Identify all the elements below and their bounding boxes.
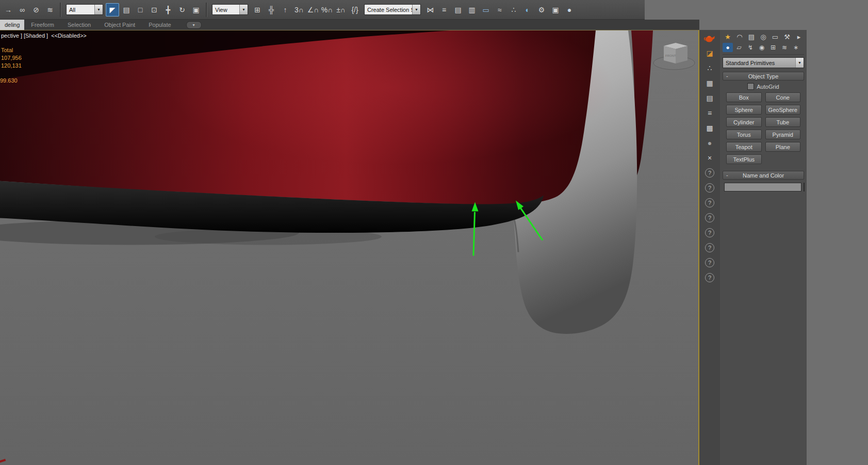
snaps-toggle-icon[interactable]: 3∩ [292,3,306,17]
tab-object-paint[interactable]: Object Paint [97,20,142,30]
toggle-scene-explorer-icon[interactable]: ▤ [451,3,465,17]
rectangular-selection-region-icon[interactable]: □ [134,3,147,17]
object-name-input[interactable] [724,183,801,191]
utilities-tab-icon[interactable]: ⚒ [782,31,792,42]
close-icon[interactable]: × [703,152,716,164]
layers-icon[interactable]: ≡ [703,107,716,119]
display-tab-icon[interactable]: ▭ [770,31,780,42]
sphere-button[interactable]: Sphere [726,105,762,115]
select-object-icon[interactable]: ◤ [106,3,119,17]
viewcube[interactable]: FRONT [653,43,695,70]
align-icon[interactable]: ≡ [437,3,451,17]
redo-icon[interactable]: → [2,3,15,17]
mirror-icon[interactable]: ⋈ [423,3,437,17]
teapot-button[interactable]: Teapot [726,142,762,152]
material-editor-icon[interactable]: ◐ [521,3,534,17]
help-icon[interactable]: ? [703,197,716,209]
paint-bucket-icon[interactable]: ◪ [703,47,716,59]
material-sphere-icon[interactable]: ● [703,137,716,149]
window-crossing-icon[interactable]: ⊡ [148,3,161,17]
plane-button[interactable]: Plane [765,142,801,152]
viewport[interactable]: FRONT pective ] [Shaded ] <<Disabled>> T… [0,30,699,465]
tab-modeling[interactable]: deling [0,20,24,30]
collapse-icon[interactable]: - [726,172,728,178]
panel-expand-icon[interactable]: ▸ [794,31,804,42]
checker-map-icon[interactable]: ▦ [703,77,716,89]
helpers-category-icon[interactable]: ⊞ [768,43,778,52]
viewcube-front-label: FRONT [665,54,676,57]
schematic-view-icon[interactable]: ∴ [507,3,520,17]
autogrid-checkbox[interactable] [747,83,754,90]
help-icon[interactable]: ? [703,257,716,268]
selection-filter-dropdown[interactable]: All ▼ [66,4,103,15]
select-and-scale-icon[interactable]: ▣ [189,3,203,17]
render-setup-icon[interactable]: ⚙ [535,3,548,17]
empty-gray-area [807,30,868,465]
help-icon[interactable]: ? [703,242,716,253]
collapse-icon[interactable]: - [726,73,728,79]
spinner-snap-icon[interactable]: ±∩ [334,3,348,17]
angle-snap-icon[interactable]: ∠∩ [306,3,320,17]
motion-tab-icon[interactable]: ◎ [758,31,768,42]
help-icon[interactable]: ? [703,227,716,238]
help-icon[interactable]: ? [703,182,716,194]
color-swatch[interactable] [804,183,805,191]
tab-selection[interactable]: Selection [61,20,97,30]
tube-button[interactable]: Tube [765,117,801,127]
textplus-button[interactable]: TextPlus [726,154,762,164]
geosphere-button[interactable]: GeoSphere [765,105,801,115]
primitives-dropdown[interactable]: Standard Primitives ▼ [723,57,804,68]
keyboard-shortcut-override-icon[interactable]: ↑ [279,3,292,17]
shapes-category-icon[interactable]: ▱ [734,43,744,52]
pattern-icon[interactable]: ▩ [703,122,716,134]
ribbon-minimize-button[interactable]: ▾ [186,21,202,29]
torus-button[interactable]: Torus [726,130,762,139]
help-icon[interactable]: ? [703,212,716,223]
unlink-selection-icon[interactable]: ⊘ [29,3,43,17]
tab-populate[interactable]: Populate [142,20,177,30]
select-and-manipulate-icon[interactable]: ╬ [265,3,278,17]
select-and-rotate-icon[interactable]: ↻ [175,3,189,17]
edit-named-selection-sets-icon[interactable]: {/} [348,3,362,17]
cameras-category-icon[interactable]: ◉ [757,43,767,52]
geometry-category-icon[interactable]: ● [723,43,733,52]
toggle-ribbon-icon[interactable]: ▭ [479,3,493,17]
space-warps-category-icon[interactable]: ≋ [779,43,790,52]
named-selection-sets-dropdown[interactable]: Create Selection Se ▼ [364,4,421,15]
render-production-icon[interactable]: ● [563,3,576,17]
systems-category-icon[interactable]: ∗ [791,43,801,52]
use-pivot-point-center-icon[interactable]: ⊞ [251,3,264,17]
viewport-statistics: Total 107,956 120,131 [1,46,22,70]
create-tab-icon[interactable]: ★ [723,31,733,42]
toggle-layer-explorer-icon[interactable]: ▥ [465,3,479,17]
pyramid-button[interactable]: Pyramid [765,130,801,139]
cone-button[interactable]: Cone [765,92,801,102]
command-panel-tabs: ★◠▤◎▭⚒ ▸ [723,31,804,43]
reference-coordinate-dropdown[interactable]: View ▼ [212,4,248,15]
modify-tab-icon[interactable]: ◠ [734,31,745,42]
schematic-nodes-icon[interactable]: ∴ [703,62,716,74]
name-color-rollout-header[interactable]: - Name and Color [723,171,804,180]
select-and-link-icon[interactable]: ∞ [15,3,29,17]
lights-category-icon[interactable]: ↯ [745,43,756,52]
dropdown-arrow-icon[interactable]: ▼ [412,5,420,14]
cylinder-button[interactable]: Cylinder [726,117,762,127]
dropdown-arrow-icon[interactable]: ▼ [239,5,248,14]
tab-freeform[interactable]: Freeform [24,20,61,30]
bind-to-spacewarp-icon[interactable]: ≋ [43,3,57,17]
select-by-name-icon[interactable]: ▤ [120,3,133,17]
box-button[interactable]: Box [726,92,762,102]
object-type-rollout-header[interactable]: - Object Type [723,72,804,81]
help-icon[interactable]: ? [703,167,716,179]
help-icon[interactable]: ? [703,272,716,283]
dropdown-arrow-icon[interactable]: ▼ [94,5,103,14]
rendered-frame-window-icon[interactable]: ▣ [549,3,562,17]
select-and-move-icon[interactable]: ╋ [161,3,175,17]
layer-stack-icon[interactable]: ▤ [703,92,716,104]
dropdown-arrow-icon[interactable]: ▼ [795,58,804,68]
curve-editor-icon[interactable]: ≈ [493,3,506,17]
render-teapot-icon[interactable] [703,33,716,44]
hierarchy-tab-icon[interactable]: ▤ [746,31,757,42]
viewport-label[interactable]: pective ] [Shaded ] <<Disabled>> [1,33,87,39]
percent-snap-icon[interactable]: %∩ [320,3,334,17]
